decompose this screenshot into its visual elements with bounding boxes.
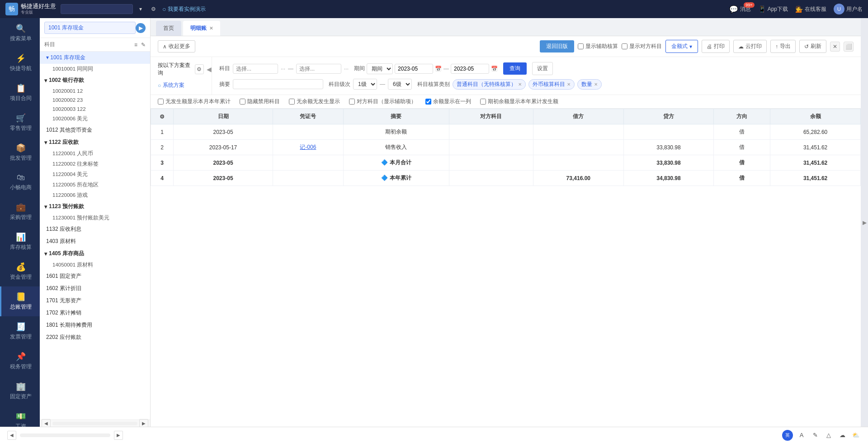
tree-item-1122[interactable]: ▾1122 应收款 (40, 136, 150, 148)
opt-hide-disabled-checkbox[interactable] (240, 99, 245, 105)
tree-item-1123[interactable]: ▾1123 预付账款 (40, 200, 150, 213)
tree-item-14050001[interactable]: 14050001 原材料 (40, 260, 150, 270)
print-btn[interactable]: 🖨 打印 (702, 40, 730, 53)
amount-format-btn[interactable]: 金额式 ▾ (665, 40, 698, 53)
top-search-input[interactable] (61, 4, 133, 14)
sidebar-item-salary[interactable]: 💵 工资 (0, 406, 40, 427)
filter-tag-normal-remove[interactable]: ✕ (518, 82, 522, 87)
tree-item-10020003[interactable]: 10020003 122 (40, 105, 150, 114)
online-service-btn[interactable]: 💁 在线客服 (795, 5, 826, 13)
tree-item-1701[interactable]: 1701 无形资产 (40, 295, 150, 307)
opt-contra-subject-checkbox[interactable] (349, 99, 355, 105)
tab-detail[interactable]: 明细账 ✕ (183, 21, 220, 36)
sidebar-item-shortcut[interactable]: ⚡ 快捷导航 (0, 48, 40, 78)
bottom-icon-5[interactable]: ⛅ (851, 430, 861, 440)
bottom-scroll-left[interactable]: ◀ (7, 431, 16, 440)
accounts-expand-btn[interactable]: ≡ (134, 42, 137, 48)
expand-more-btn[interactable]: ∧ 收起更多 (158, 40, 195, 52)
demo-link[interactable]: ○ 我要看实例演示 (162, 5, 206, 13)
tree-scroll-left[interactable]: ◀ (42, 419, 51, 427)
opt-no-amount-checkbox[interactable] (158, 99, 164, 105)
period-end-input[interactable] (451, 64, 489, 74)
sidebar-item-invoice[interactable]: 🧾 发票管理 (0, 316, 40, 346)
table-settings-col[interactable]: ⚙ (151, 109, 174, 124)
lang-switch-btn[interactable]: 英 (782, 430, 793, 441)
panel-maximize-btn[interactable]: ⬜ (844, 42, 854, 52)
bottom-icon-4[interactable]: ☁ (837, 430, 847, 440)
bottom-icon-3[interactable]: △ (824, 430, 834, 440)
opt-opening-ytd-checkbox[interactable] (480, 99, 486, 105)
subject-input-end[interactable] (296, 64, 341, 74)
tree-item-10020006[interactable]: 10020006 美元 (40, 114, 150, 124)
tree-item-1001[interactable]: ▾ 1001 库存现金 (40, 52, 150, 64)
tree-item-1702[interactable]: 1702 累计摊销 (40, 307, 150, 319)
filter-tag-quantity-remove[interactable]: ✕ (594, 82, 598, 87)
sidebar-item-purchase[interactable]: 💼 采购管理 (0, 197, 40, 227)
sidebar-item-retail[interactable]: 🛒 零售管理 (0, 108, 40, 138)
notification-btn[interactable]: 💬 消息 99+ (729, 5, 751, 14)
tree-item-11220004[interactable]: 11220004 美元 (40, 169, 150, 180)
tree-item-1801[interactable]: 1801 长期待摊费用 (40, 319, 150, 331)
tab-home[interactable]: 首页 (156, 21, 181, 36)
sidebar-item-ledger[interactable]: 📒 总账管理 (0, 286, 40, 316)
tree-item-1132[interactable]: 1132 应收利息 (40, 223, 150, 235)
topbar-settings-btn[interactable]: ⚙ (148, 5, 159, 13)
sidebar-item-search[interactable]: 🔍 搜索菜单 (0, 18, 40, 48)
bottom-scroll-right[interactable]: ▶ (114, 431, 123, 440)
tree-item-10010001[interactable]: 10010001 同同同 (40, 64, 150, 74)
tree-item-1403[interactable]: 1403 原材料 (40, 235, 150, 248)
topbar-dropdown-btn[interactable]: ▾ (137, 5, 145, 13)
right-collapse-btn[interactable]: ▶ (861, 18, 868, 427)
sidebar-item-wholesale[interactable]: 📦 批发管理 (0, 138, 40, 167)
opt-balance-one-col-checkbox[interactable] (425, 99, 431, 105)
period-calendar-icon2[interactable]: 📅 (491, 66, 498, 72)
voucher-link[interactable]: 记-006 (300, 144, 316, 150)
return-old-btn[interactable]: 退回旧版 (540, 40, 574, 52)
tree-item-11220001[interactable]: 11220001 人民币 (40, 148, 150, 159)
opt-no-balance-checkbox[interactable] (289, 99, 295, 105)
level-start-select[interactable]: 1级 (353, 79, 377, 90)
show-aux-checkbox[interactable] (578, 43, 584, 49)
tree-item-10020002[interactable]: 10020002 23 (40, 95, 150, 105)
sidebar-item-project[interactable]: 📋 项目合同 (0, 78, 40, 108)
tree-item-11220005[interactable]: 11220005 所在地区 (40, 180, 150, 190)
tree-item-1012[interactable]: 1012 其他货币资金 (40, 124, 150, 136)
filter-settings-icon[interactable]: ⚙ (195, 64, 204, 74)
sidebar-item-assets[interactable]: 🏢 固定资产 (0, 376, 40, 406)
export-btn[interactable]: ↑ 导出 (770, 40, 796, 53)
tree-item-1405[interactable]: ▾1405 库存商品 (40, 248, 150, 260)
app-download-btn[interactable]: 📱 App下载 (758, 5, 788, 13)
sidebar-item-ecommerce[interactable]: 🛍 小畅电商 (0, 167, 40, 197)
system-scheme-btn[interactable]: ○ 系统方案 (158, 81, 212, 90)
tree-item-11220006[interactable]: 11220006 游戏 (40, 190, 150, 200)
subject-input[interactable] (233, 64, 278, 74)
panel-close-btn[interactable]: ✕ (830, 42, 840, 52)
user-menu[interactable]: U 用户名 (834, 4, 863, 14)
show-contra-checkbox[interactable] (622, 43, 627, 49)
sidebar-item-capital[interactable]: 💰 资金管理 (0, 257, 40, 286)
nav-next-btn[interactable]: ▶ (136, 23, 146, 33)
bottom-icon-1[interactable]: A (797, 430, 807, 440)
sidebar-item-inventory[interactable]: 📊 库存核算 (0, 227, 40, 257)
period-type-select[interactable]: 期间 (367, 63, 393, 74)
filter-tag-foreign-remove[interactable]: ✕ (567, 82, 571, 87)
query-btn[interactable]: 查询 (503, 62, 527, 75)
tab-detail-close[interactable]: ✕ (209, 26, 213, 31)
sidebar-item-tax[interactable]: 📌 税务管理 (0, 346, 40, 376)
accounts-edit-btn[interactable]: ✎ (141, 42, 146, 48)
filter-collapse-btn[interactable]: ◀ (207, 66, 212, 73)
level-end-select[interactable]: 6级 (388, 79, 412, 90)
period-start-input[interactable] (395, 64, 433, 74)
period-calendar-icon[interactable]: 📅 (435, 66, 442, 72)
settings-btn[interactable]: 设置 (532, 62, 553, 75)
tree-item-11220002[interactable]: 11220002 往来标签 (40, 159, 150, 169)
tree-item-1602[interactable]: 1602 累计折旧 (40, 282, 150, 295)
tree-item-11230001[interactable]: 11230001 预付账款美元 (40, 213, 150, 223)
tree-item-1601[interactable]: 1601 固定资产 (40, 270, 150, 282)
tree-scroll-right[interactable]: ▶ (139, 419, 148, 427)
tree-item-10020001[interactable]: 10020001 12 (40, 86, 150, 95)
cloud-print-btn[interactable]: ☁ 云打印 (733, 40, 767, 53)
summary-input[interactable] (233, 79, 323, 89)
tree-item-2202[interactable]: 2202 应付账款 (40, 331, 150, 343)
selected-account[interactable]: 1001 库存现金 (44, 22, 136, 34)
